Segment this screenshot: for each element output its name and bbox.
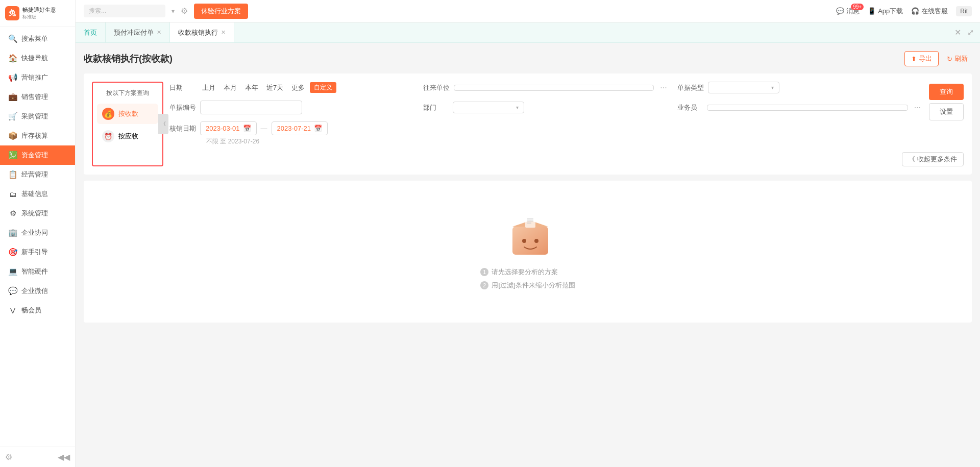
export-button[interactable]: ⬆ 导出 (904, 51, 939, 66)
form-row-3: 核销日期 2023-03-01 📅 — 2023-07-21 (169, 121, 923, 146)
phone-icon: 📱 (868, 7, 876, 15)
counterparty-field: 往来单位 ··· (423, 83, 669, 92)
sidebar-item-wechat[interactable]: 💬 企业微信 (0, 281, 75, 301)
date-7days[interactable]: 近7天 (263, 82, 286, 93)
tab-prepay[interactable]: 预付冲应付单 ✕ (106, 22, 170, 42)
form-row-1: 日期 上月 本月 本年 近7天 更多 自定义 (169, 82, 923, 93)
staff-more-icon[interactable]: ··· (912, 103, 923, 112)
online-service-button[interactable]: 🎧 在线客服 (911, 7, 948, 16)
tab-close-icon[interactable]: ✕ (952, 26, 963, 39)
page-actions: ⬆ 导出 ↻ 刷新 (904, 51, 972, 66)
tab-home-label: 首页 (84, 28, 97, 37)
app-logo: 兔 畅捷通好生意 标准版 (0, 0, 75, 27)
dept-arrow-icon: ▾ (516, 105, 519, 110)
enterprise-icon: 🏢 (8, 228, 17, 237)
query-sidebar-collapse[interactable]: 《 (158, 114, 168, 134)
query-option-by-receivable[interactable]: ⏰ 按应收 (97, 126, 158, 146)
receivable-icon: ⏰ (102, 130, 114, 142)
sidebar-item-label: 经营管理 (21, 170, 48, 179)
collapse-sidebar-icon[interactable]: ◀◀ (58, 452, 70, 462)
refresh-button[interactable]: ↻ 刷新 (943, 52, 972, 66)
sidebar-bottom: ⚙ ◀◀ (0, 447, 75, 467)
topbar-dropdown-icon[interactable]: ▾ (172, 8, 175, 15)
logo-edition: 标准版 (22, 14, 56, 20)
sidebar-item-operations[interactable]: 📋 经营管理 (0, 165, 75, 184)
sidebar-item-label: 企业微信 (21, 286, 48, 296)
sidebar-item-sales[interactable]: 💼 销售管理 (0, 87, 75, 107)
writeoff-start-date[interactable]: 2023-03-01 📅 (200, 121, 257, 135)
sidebar-item-marketing[interactable]: 📢 营销推广 (0, 68, 75, 87)
tab-writeoff-close-icon[interactable]: ✕ (221, 29, 226, 36)
inventory-icon: 📦 (8, 131, 17, 140)
empty-text: 1 请先选择要分析的方案 2 用[过滤]条件来缩小分析范围 (480, 265, 575, 292)
query-option-by-receipt[interactable]: 💰 按收款 (97, 104, 158, 124)
topbar-search-text: 搜索... (89, 7, 106, 15)
date-more[interactable]: 更多 (288, 82, 308, 93)
topbar-search-area[interactable]: 搜索... (84, 5, 165, 17)
sidebar-item-basic[interactable]: 🗂 基础信息 (0, 184, 75, 204)
sidebar-item-label: 基础信息 (21, 189, 48, 199)
date-custom[interactable]: 自定义 (310, 82, 336, 93)
date-last-month[interactable]: 上月 (199, 82, 218, 93)
query-panel: 按以下方案查询 💰 按收款 ⏰ 按应收 《 (84, 73, 972, 175)
sidebar-item-label: 采购管理 (21, 112, 48, 121)
sidebar-item-shortcut[interactable]: 🏠 快捷导航 (0, 48, 75, 68)
dept-label: 部门 (423, 103, 449, 112)
marketing-icon: 📢 (8, 73, 17, 82)
purchase-icon: 🛒 (8, 112, 17, 121)
system-icon: ⚙ (8, 209, 17, 218)
industry-solution-button[interactable]: 休验行业方案 (194, 4, 248, 19)
counterparty-input[interactable] (454, 85, 654, 91)
tab-prepay-close-icon[interactable]: ✕ (157, 29, 161, 36)
empty-hint-1: 1 请先选择要分析的方案 (480, 265, 575, 279)
writeoff-end-date[interactable]: 2023-07-21 📅 (272, 121, 328, 135)
date-this-month[interactable]: 本月 (220, 82, 240, 93)
logo-icon: 兔 (5, 6, 19, 20)
logo-name: 畅捷通好生意 (22, 6, 56, 13)
tab-home[interactable]: 首页 (76, 22, 106, 42)
basic-icon: 🗂 (8, 190, 17, 199)
date-this-year[interactable]: 本年 (242, 82, 261, 93)
user-menu[interactable]: Rit (956, 6, 972, 16)
topbar-gear-icon[interactable]: ⚙ (181, 6, 188, 16)
sidebar-item-newbie[interactable]: 🎯 新手引导 (0, 242, 75, 262)
sidebar-item-enterprise[interactable]: 🏢 企业协同 (0, 223, 75, 242)
app-download-label: App下载 (878, 7, 903, 16)
sidebar-item-purchase[interactable]: 🛒 采购管理 (0, 107, 75, 126)
sidebar-item-hardware[interactable]: 💻 智能硬件 (0, 262, 75, 281)
tab-writeoff[interactable]: 收款核销执行 ✕ (170, 22, 234, 42)
date-field: 日期 上月 本月 本年 近7天 更多 自定义 (169, 82, 415, 93)
staff-label: 业务员 (677, 103, 703, 112)
doc-no-input[interactable] (200, 101, 302, 114)
receivable-option-label: 按应收 (118, 132, 138, 141)
sidebar-item-inventory[interactable]: 📦 库存核算 (0, 126, 75, 145)
sidebar-item-vip[interactable]: V 畅会员 (0, 301, 75, 320)
dept-select[interactable]: ▾ (453, 102, 524, 113)
sidebar-item-search[interactable]: 🔍 搜索菜单 (0, 29, 75, 48)
receipt-option-label: 按收款 (118, 109, 138, 118)
refresh-label: 刷新 (954, 54, 968, 63)
collapse-conditions: 《 收起更多条件 (169, 152, 964, 166)
settings-icon[interactable]: ⚙ (5, 452, 12, 462)
sidebar-item-finance[interactable]: 💹 资金管理 (0, 145, 75, 165)
collapse-conditions-button[interactable]: 《 收起更多条件 (902, 152, 964, 166)
query-buttons: 查询 设置 (929, 82, 964, 150)
app-download-button[interactable]: 📱 App下载 (868, 7, 903, 16)
empty-hint-2: 2 用[过滤]条件来缩小分析范围 (480, 279, 575, 292)
staff-input[interactable] (707, 105, 908, 111)
setting-button[interactable]: 设置 (929, 103, 964, 120)
message-badge: 99+ (851, 4, 864, 10)
doc-no-label: 单据编号 (169, 103, 196, 112)
query-button[interactable]: 查询 (929, 84, 964, 100)
refresh-icon: ↻ (947, 55, 952, 63)
main-content: 搜索... ▾ ⚙ 休验行业方案 💬 消息 99+ 📱 App下载 🎧 在线客服… (76, 0, 980, 467)
sidebar-item-label: 畅会员 (21, 306, 41, 315)
sidebar-item-system[interactable]: ⚙ 系统管理 (0, 204, 75, 223)
sidebar-item-label: 智能硬件 (21, 267, 48, 276)
finance-icon: 💹 (8, 151, 17, 160)
tab-expand-icon[interactable]: ⤢ (965, 26, 976, 39)
message-button[interactable]: 💬 消息 99+ (836, 7, 860, 16)
doc-type-select[interactable]: ▾ (708, 82, 779, 93)
empty-num-2: 2 (480, 281, 488, 289)
counterparty-more-icon[interactable]: ··· (658, 83, 669, 92)
